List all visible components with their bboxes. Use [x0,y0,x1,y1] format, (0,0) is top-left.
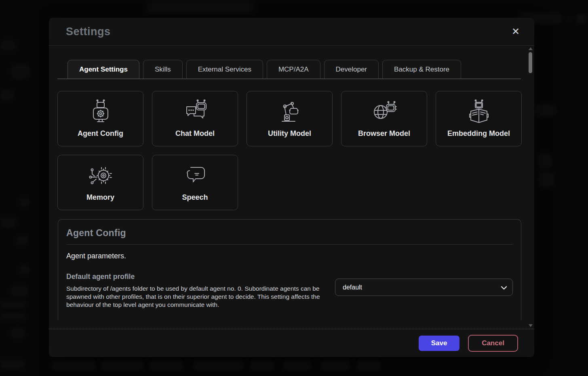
robot-gear-icon [87,99,114,125]
section-divider [66,244,513,245]
card-label: Utility Model [268,129,311,138]
tab-agent-settings[interactable]: Agent Settings [67,60,139,78]
section-description: Agent parameters. [66,252,513,260]
tab-skills[interactable]: Skills [143,60,183,78]
robot-chat-icon [182,99,209,125]
tab-developer[interactable]: Developer [324,60,379,78]
card-speech[interactable]: Speech [152,155,238,210]
modal-title: Settings [66,25,111,38]
field-control: default [335,272,513,309]
card-memory[interactable]: Memory [57,155,143,210]
default-agent-profile-select[interactable]: default [335,279,513,296]
close-button[interactable]: ✕ [512,27,520,36]
card-label: Memory [86,193,114,202]
robot-book-icon [466,99,492,125]
settings-modal: Settings ✕ Agent Settings Skills Externa… [49,18,534,357]
save-button[interactable]: Save [419,336,459,351]
card-label: Browser Model [358,129,410,138]
modal-footer: Save Cancel [49,329,534,357]
field-text: Default agent profile Subdirectory of /a… [66,272,327,309]
speech-bubble-icon [182,163,209,189]
cancel-button[interactable]: Cancel [468,335,518,352]
tab-bar: Agent Settings Skills External Services … [57,60,521,79]
card-utility-model[interactable]: Utility Model [247,91,333,146]
robot-arm-icon [276,99,303,125]
card-chat-model[interactable]: Chat Model [152,91,238,146]
field-label: Default agent profile [66,272,327,281]
scrollbar-thumb[interactable] [529,52,532,73]
card-label: Chat Model [175,129,215,138]
card-agent-config[interactable]: Agent Config [57,91,143,146]
modal-scrollbar[interactable] [527,46,533,328]
modal-header: Settings ✕ [49,18,534,46]
scroll-down-arrow-icon[interactable] [529,324,533,327]
field-help-text: Subdirectory of /agents folder to be use… [66,285,327,309]
card-label: Embedding Model [447,129,510,138]
section-heading: Agent Config [66,228,513,239]
tab-external-services[interactable]: External Services [186,60,263,78]
modal-body: Agent Settings Skills External Services … [49,46,534,329]
globe-robot-icon [371,99,398,125]
card-label: Speech [182,193,208,202]
tab-mcp-a2a[interactable]: MCP/A2A [267,60,320,78]
scroll-up-arrow-icon[interactable] [529,47,533,50]
card-browser-model[interactable]: Browser Model [341,91,427,146]
agent-config-section: Agent Config Agent parameters. Default a… [58,219,521,320]
card-embedding-model[interactable]: Embedding Model [436,91,522,146]
circuit-gear-icon [87,163,114,189]
default-agent-profile-field: Default agent profile Subdirectory of /a… [66,272,513,309]
card-label: Agent Config [78,129,123,138]
tab-backup-restore[interactable]: Backup & Restore [382,60,461,78]
settings-card-grid: Agent Config Chat Model [57,91,522,210]
